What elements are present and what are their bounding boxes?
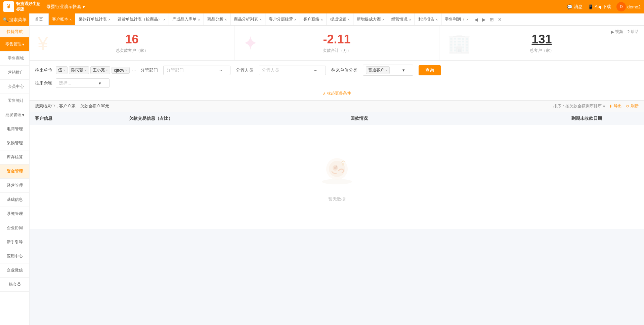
sidebar-item-marketing[interactable]: 营销推广 — [0, 66, 29, 80]
sidebar-item-enterprise-collab[interactable]: 企业协同 — [0, 221, 29, 235]
tab-purchase-stats-by-product[interactable]: 进货单统计表（按商品） × — [114, 13, 169, 26]
quick-nav[interactable]: 快捷导航 — [0, 26, 29, 37]
tab-home[interactable]: 首页 — [30, 13, 49, 26]
sidebar-item-ecommerce[interactable]: 电商管理 — [0, 122, 29, 136]
chevron-up-icon: ∧ — [323, 91, 326, 96]
tab-close-btn[interactable]: × — [294, 17, 296, 22]
balance-filter-label: 往来余额 — [35, 80, 52, 86]
tab-close-btn[interactable]: × — [163, 17, 165, 22]
user-menu[interactable]: D demo2 — [616, 2, 641, 11]
unit-category-label: 往来单位分类 — [331, 67, 357, 73]
more-btn2[interactable]: ··· — [314, 68, 317, 73]
sort-dropdown[interactable]: 排序：按欠款金额倒序排序 ▾ — [553, 103, 605, 109]
tab-customer-segmentation[interactable]: 客户分层经营 × — [265, 13, 300, 26]
tab-product-cost-entry[interactable]: 产成品入库单 × — [169, 13, 204, 26]
stat-debt-customers: ¥ 16 总欠款客户（家） — [30, 26, 234, 60]
help-btn[interactable]: ? 帮助 — [627, 29, 639, 35]
tab-close-all-btn[interactable]: ✕ — [496, 17, 504, 22]
stat3-number: 131 — [531, 32, 552, 46]
tab-customer-contact[interactable]: 客户联络 × — [300, 13, 327, 26]
person-select[interactable]: 分管人员 ··· — [259, 66, 326, 75]
remove-category-tag[interactable]: × — [385, 68, 387, 72]
more-tags-btn[interactable]: ··· — [131, 67, 137, 73]
tab-next-btn[interactable]: ▶ — [480, 17, 488, 22]
remove-tag-1[interactable]: × — [84, 68, 86, 72]
search-icon: 🔍 — [3, 17, 8, 22]
tab-close-btn[interactable]: × — [382, 17, 384, 22]
remove-tag-2[interactable]: × — [106, 68, 108, 72]
dept-select[interactable]: 分管部门 ··· — [163, 66, 230, 75]
tab-close-btn[interactable]: × — [466, 17, 468, 22]
tab-close-btn[interactable]: × — [321, 17, 323, 22]
tab-product-analysis-list[interactable]: 商品分析列表 × — [230, 13, 265, 26]
tab-add-promotion-plan[interactable]: 新增提成方案 × — [353, 13, 388, 26]
app-download-btn[interactable]: 📱 App下载 — [588, 4, 611, 10]
svg-point-4 — [334, 167, 337, 169]
tab-close-btn[interactable]: × — [436, 17, 438, 22]
refresh-icon: ↻ — [626, 104, 629, 109]
dept-filter-label: 分管部门 — [140, 67, 158, 73]
tab-product-analysis[interactable]: 商品分析 × — [204, 13, 230, 26]
avatar: D — [616, 2, 626, 11]
account-dropdown[interactable]: 母婴行业演示帐套 ▾ — [44, 2, 88, 11]
tab-profit-report[interactable]: 利润报告 × — [415, 13, 441, 26]
query-button[interactable]: 查询 — [419, 65, 441, 75]
sidebar-item-vip-member[interactable]: 畅会员 — [0, 278, 29, 292]
svg-point-6 — [342, 163, 344, 166]
download-icon: 📱 — [588, 4, 593, 9]
stat2-label: 欠款合计（万） — [323, 48, 351, 53]
sidebar-item-retail-management[interactable]: 零售管理 ▾ — [0, 37, 29, 51]
filter-row-2: 往来余额 选择... ▾ — [35, 78, 639, 88]
export-btn[interactable]: ⬇ 导出 — [609, 103, 622, 109]
remove-tag-0[interactable]: × — [63, 68, 65, 72]
export-icon: ⬇ — [609, 104, 612, 109]
tab-retail-profit[interactable]: 零售利润（ × — [441, 13, 472, 26]
collapse-btn[interactable]: ∧ 收起更多条件 — [323, 91, 351, 96]
tab-expand-btn[interactable]: ⊞ — [488, 17, 496, 22]
sidebar-item-system[interactable]: 系统管理 — [0, 207, 29, 221]
unit-category-select[interactable]: 普通客户 × ▾ — [363, 65, 413, 76]
tab-purchase-order-stats[interactable]: 采购订单统计表 × — [75, 13, 114, 26]
tab-close-btn[interactable]: × — [70, 17, 72, 22]
messages-btn[interactable]: 💬 消息 — [567, 4, 583, 10]
tab-prev-btn[interactable]: ◀ — [472, 17, 480, 22]
tab-close-btn[interactable]: × — [409, 17, 411, 22]
sidebar-item-inventory[interactable]: 库存核算 — [0, 150, 29, 165]
tab-close-btn[interactable]: × — [108, 17, 110, 22]
sidebar-item-purchase[interactable]: 采购管理 — [0, 136, 29, 150]
stat3-label: 总客户（家） — [530, 48, 554, 53]
logo-icon: ¥ — [3, 1, 14, 12]
filter-area: 往来单位 伍 × 陈民强 × 王小亮 — [30, 61, 644, 101]
unit-tag-3: cjttcw × — [112, 67, 129, 74]
sidebar-item-wholesale[interactable]: 批发管理 ▾ — [0, 108, 29, 122]
sidebar-item-finance[interactable]: 资金管理 — [0, 165, 29, 179]
tab-customer-ledger[interactable]: 客户账本 × — [49, 13, 75, 26]
sidebar-item-operations[interactable]: 经营管理 — [0, 179, 29, 193]
balance-select[interactable]: 选择... ▾ — [56, 78, 110, 88]
sidebar-item-member-center[interactable]: 会员中心 — [0, 80, 29, 94]
sidebar-item-retail-mall[interactable]: 零售商城 — [0, 51, 29, 66]
tab-close-btn[interactable]: × — [348, 17, 350, 22]
more-btn[interactable]: ··· — [218, 68, 222, 73]
col-due-date: 到期未收款日期 — [571, 115, 639, 121]
filter-row-1: 往来单位 伍 × 陈民强 × 王小亮 — [35, 65, 639, 76]
tab-close-btn[interactable]: × — [225, 17, 227, 22]
refresh-btn[interactable]: ↻ 刷新 — [626, 103, 639, 109]
stat-debt-amount: ✦ -2.11 欠款合计（万） — [234, 26, 439, 60]
sidebar-item-basic-info[interactable]: 基础信息 — [0, 193, 29, 207]
help-area: ▶ 视频 ? 帮助 — [611, 29, 639, 35]
stat1-number: 16 — [125, 32, 138, 46]
tab-close-btn[interactable]: × — [259, 17, 261, 22]
category-tag: 普通客户 × — [366, 66, 390, 74]
sidebar-item-enterprise-wechat[interactable]: 企业微信 — [0, 263, 29, 278]
sidebar-search[interactable]: 🔍 搜索菜单 — [0, 13, 29, 26]
sidebar-item-retail-stats[interactable]: 零售统计 — [0, 94, 29, 108]
tab-business-status[interactable]: 经营情况 × — [388, 13, 415, 26]
result-bar: 搜索结果中，客户 0 家 欠款金额 0.00元 排序：按欠款金额倒序排序 ▾ — [30, 101, 644, 112]
sidebar-item-app-center[interactable]: 应用中心 — [0, 249, 29, 263]
video-help-btn[interactable]: ▶ 视频 — [611, 29, 623, 35]
remove-tag-3[interactable]: × — [125, 68, 127, 72]
tab-promotion-settings[interactable]: 提成设置 × — [327, 13, 353, 26]
sidebar-item-new-guide[interactable]: 新手引导 — [0, 235, 29, 249]
tab-close-btn[interactable]: × — [198, 17, 200, 22]
